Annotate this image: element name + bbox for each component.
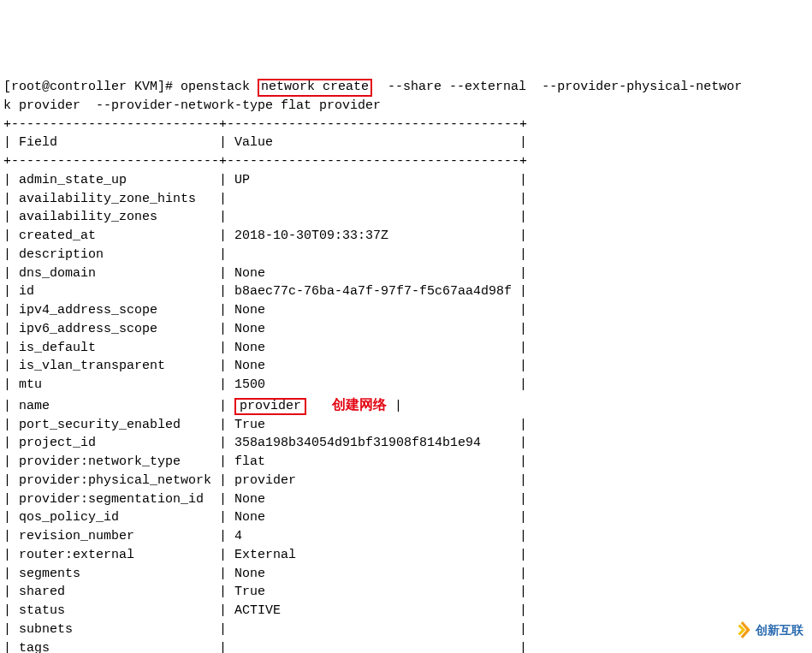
watermark: 创新互联 [733,620,803,639]
command-args-2: k provider --provider-network-type flat … [3,98,381,113]
table-row: | availability_zones | | [3,210,527,224]
table-row: | is_default | None | [3,341,527,355]
table-row: | port_security_enabled | True | [3,418,527,432]
table-row: | shared | True | [3,585,527,599]
table-row: | ipv4_address_scope | None | [3,303,527,318]
command-args-1: --share --external --provider-physical-n… [372,80,742,94]
table-row: | project_id | 358a198b34054d91bf31908f8… [3,436,527,450]
table-row: | status | ACTIVE | [3,603,527,618]
table-body: | admin_state_up | UP | | availability_z… [3,173,527,653]
table-row: | subnets | | [3,622,527,637]
shell-prompt: [root@controller KVM]# openstack [3,80,258,94]
highlighted-command: network create [258,79,372,97]
table-row: | provider:network_type | flat | [3,454,527,469]
table-row: | created_at | 2018-10-30T09:33:37Z | [3,229,527,243]
highlighted-value: provider [234,398,306,416]
table-row: | provider:physical_network | provider | [3,473,527,488]
table-row: | segments | None | [3,567,527,581]
table-row: | tags | | [3,641,527,654]
table-border-top: +---------------------------+-----------… [3,117,527,132]
table-header-row: | Field | Value | [3,135,527,150]
watermark-text: 创新互联 [756,621,803,638]
table-row: | is_vlan_transparent | None | [3,359,527,373]
logo-icon [733,620,752,639]
table-row: | provider:segmentation_id | None | [3,492,527,507]
table-row: | id | b8aec77c-76ba-4a7f-97f7-f5c67aa4d… [3,284,527,299]
table-row: | revision_number | 4 | [3,529,527,543]
table-border-mid: +---------------------------+-----------… [3,154,527,169]
table-row: | router:external | External | [3,548,527,562]
table-row: | availability_zone_hints | | [3,192,527,206]
table-row: | dns_domain | None | [3,266,527,281]
table-row: | mtu | 1500 | [3,377,527,392]
table-row: | ipv6_address_scope | None | [3,322,527,336]
terminal-output: [root@controller KVM]# openstack network… [3,78,809,653]
table-row: | name | provider创建网络 | [3,399,402,413]
table-row: | admin_state_up | UP | [3,173,527,187]
table-row: | qos_policy_id | None | [3,510,527,525]
table-row: | description | | [3,247,527,262]
annotation-text: 创建网络 [332,395,387,414]
